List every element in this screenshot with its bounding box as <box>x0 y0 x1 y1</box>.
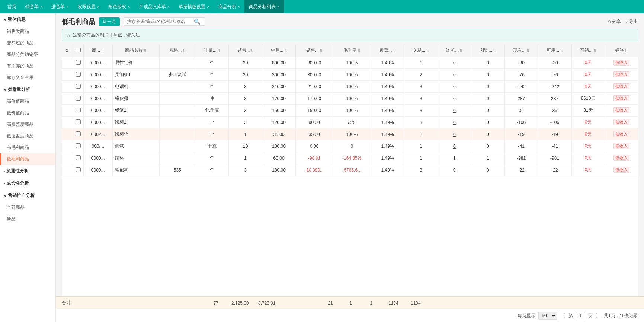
nav-purchase-order[interactable]: 进货单 × <box>47 0 73 13</box>
sidebar-item-low-margin[interactable]: 低毛利商品 <box>0 153 55 165</box>
nav-goods-analysis[interactable]: 商品分析 × <box>214 0 244 13</box>
col-current[interactable]: 现有...⇅ <box>504 44 538 57</box>
row-settings-btn[interactable] <box>62 164 73 176</box>
sidebar-item-all-goods[interactable]: 全部商品 <box>0 202 55 213</box>
row-checkbox-cell[interactable] <box>73 57 83 69</box>
sidebar-item-low-coverage[interactable]: 低覆盖度商品 <box>0 130 55 142</box>
share-button[interactable]: ⎋ 分享 <box>608 19 621 25</box>
select-all-checkbox[interactable] <box>76 48 81 52</box>
search-input[interactable] <box>127 19 194 24</box>
sidebar-item-category-sales-rate[interactable]: 商品分类助销率 <box>0 49 55 60</box>
nav-sales-order[interactable]: 销货单 × <box>21 0 47 13</box>
sidebar-group-flow[interactable]: › 流通性分析 <box>0 165 55 177</box>
row-checkbox-cell[interactable] <box>73 69 83 81</box>
row-checkbox[interactable] <box>76 96 81 101</box>
col-checkbox[interactable] <box>73 44 83 57</box>
col-unit[interactable]: 计量...⇅ <box>195 44 229 57</box>
nav-goods-analysis-close[interactable]: × <box>238 4 240 9</box>
nav-role-close[interactable]: × <box>128 4 130 9</box>
col-sales-price[interactable]: 销售...⇅ <box>262 44 296 57</box>
row-checkbox-cell[interactable] <box>73 164 83 176</box>
row-checkbox-cell[interactable] <box>73 81 83 93</box>
sidebar-group-overall[interactable]: ∨ 整体信息 <box>0 13 55 26</box>
col-name[interactable]: 商品名称⇅ <box>112 44 159 57</box>
col-browse2[interactable]: 浏览...⇅ <box>471 44 504 57</box>
row-settings-btn[interactable] <box>62 152 73 164</box>
nav-goods-analysis-list[interactable]: 商品分析列表 × <box>244 0 284 13</box>
row-checkbox[interactable] <box>76 60 81 65</box>
sidebar-item-high-margin[interactable]: 高毛利商品 <box>0 142 55 153</box>
row-checkbox[interactable] <box>76 131 81 136</box>
col-spec[interactable]: 规格...⇅ <box>160 44 195 57</box>
col-trade[interactable]: 交易...⇅ <box>404 44 438 57</box>
row-browse1[interactable]: 0 <box>438 117 471 128</box>
nav-template-close[interactable]: × <box>207 4 209 9</box>
row-browse1[interactable]: 0 <box>438 105 471 117</box>
nav-product-entry-close[interactable]: × <box>167 4 170 9</box>
row-checkbox[interactable] <box>76 143 81 148</box>
nav-permission[interactable]: 权限设置 × <box>73 0 104 13</box>
nav-sales-close[interactable]: × <box>40 4 42 9</box>
sidebar-group-cluster[interactable]: ∨ 类群量分析 <box>0 83 55 96</box>
sidebar-group-marketing[interactable]: ∨ 营销推广分析 <box>0 189 55 202</box>
row-checkbox[interactable] <box>76 119 81 124</box>
row-checkbox[interactable] <box>76 84 81 89</box>
sidebar-item-high-coverage[interactable]: 高覆盖度商品 <box>0 119 55 130</box>
col-code[interactable]: 商...⇅ <box>83 44 112 57</box>
row-checkbox-cell[interactable] <box>73 128 83 140</box>
row-browse1[interactable]: 1 <box>438 152 471 164</box>
row-browse1[interactable]: 0 <box>438 140 471 152</box>
row-checkbox[interactable] <box>76 72 81 77</box>
col-sales-profit[interactable]: 销售...⇅ <box>296 44 333 57</box>
per-page-select[interactable]: 50 100 200 <box>538 312 557 320</box>
nav-home[interactable]: 首页 <box>3 0 21 13</box>
col-settings[interactable]: ⚙ <box>62 44 73 57</box>
row-settings-btn[interactable] <box>62 117 73 128</box>
row-browse1[interactable]: 0 <box>438 57 471 69</box>
row-checkbox-cell[interactable] <box>73 105 83 117</box>
col-coverage[interactable]: 覆盖...⇅ <box>371 44 404 57</box>
row-browse1[interactable]: 0 <box>438 128 471 140</box>
row-browse1[interactable]: 0 <box>438 81 471 93</box>
sidebar-item-high-value[interactable]: 高价值商品 <box>0 96 55 107</box>
nav-permission-close[interactable]: × <box>97 4 99 9</box>
sidebar-item-traded-goods[interactable]: 交易过的商品 <box>0 37 55 49</box>
row-settings-btn[interactable] <box>62 93 73 105</box>
row-settings-btn[interactable] <box>62 57 73 69</box>
row-checkbox[interactable] <box>76 108 81 112</box>
row-checkbox-cell[interactable] <box>73 140 83 152</box>
row-checkbox-cell[interactable] <box>73 93 83 105</box>
nav-goods-analysis-list-close[interactable]: × <box>277 4 279 9</box>
next-page-button[interactable]: 〉 <box>596 312 601 319</box>
col-gross-margin[interactable]: 毛利率⇅ <box>333 44 371 57</box>
search-icon[interactable]: 🔍 <box>194 19 200 25</box>
nav-product-entry[interactable]: 产成品入库单 × <box>135 0 174 13</box>
row-settings-btn[interactable] <box>62 69 73 81</box>
row-checkbox[interactable] <box>76 167 81 172</box>
sidebar-item-stock-funds[interactable]: 库存资金占用 <box>0 72 55 83</box>
sidebar-item-stock-goods[interactable]: 有库存的商品 <box>0 60 55 72</box>
nav-purchase-close[interactable]: × <box>66 4 68 9</box>
prev-page-button[interactable]: 〈 <box>560 312 565 319</box>
sidebar-item-new-goods[interactable]: 新品 <box>0 213 55 225</box>
row-browse1[interactable]: 0 <box>438 93 471 105</box>
sidebar-item-sales-goods[interactable]: 销售类商品 <box>0 26 55 37</box>
row-settings-btn[interactable] <box>62 105 73 117</box>
nav-template[interactable]: 单据模板设置 × <box>174 0 214 13</box>
row-settings-btn[interactable] <box>62 128 73 140</box>
export-button[interactable]: ↓ 导出 <box>625 19 638 25</box>
col-sales-qty[interactable]: 销售...⇅ <box>229 44 262 57</box>
row-checkbox-cell[interactable] <box>73 152 83 164</box>
sidebar-group-growth[interactable]: › 成长性分析 <box>0 177 55 189</box>
col-browse1[interactable]: 浏览...⇅ <box>438 44 471 57</box>
row-checkbox-cell[interactable] <box>73 117 83 128</box>
row-settings-btn[interactable] <box>62 81 73 93</box>
row-checkbox[interactable] <box>76 155 81 160</box>
col-salable[interactable]: 可销...⇅ <box>571 44 605 57</box>
table-container[interactable]: ⚙ 商...⇅ 商品名称⇅ 规格...⇅ 计量...⇅ 销售...⇅ 销售...… <box>62 44 638 296</box>
time-filter-button[interactable]: 近一月 <box>99 17 120 26</box>
nav-role-auth[interactable]: 角色授权 × <box>104 0 134 13</box>
row-browse1[interactable]: 0 <box>438 69 471 81</box>
col-tag[interactable]: 标签⇅ <box>605 44 638 57</box>
sidebar-item-low-value[interactable]: 低价值商品 <box>0 107 55 119</box>
